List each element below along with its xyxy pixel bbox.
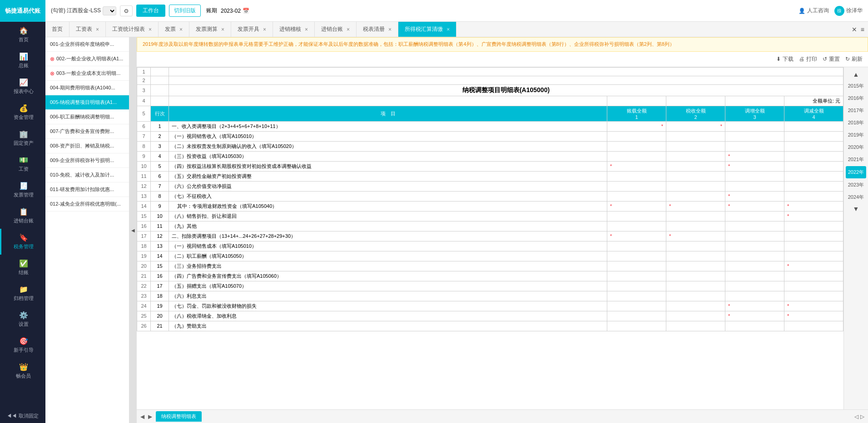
tab-salary-stats[interactable]: 工资统计报表 × [106,22,159,37]
cell-a2[interactable] [151,76,169,84]
old-version-button[interactable]: 切到旧版 [169,5,201,17]
sidebar-item-close[interactable]: ✅ 结账 [0,255,45,280]
cell-f16[interactable] [784,221,843,231]
cell-b23[interactable]: （六）利息支出 [169,291,607,301]
sidebar-item-guide[interactable]: 🎯 新手引导 [0,332,45,358]
cell-e21[interactable] [725,271,784,281]
year-down-button[interactable]: ▼ [851,203,861,214]
cell-d19[interactable] [666,251,725,261]
cell-d4[interactable] [666,96,725,106]
left-item-010[interactable]: 010-免税、减计收入及加计... [45,168,129,182]
cell-c26[interactable] [607,321,666,331]
left-item-011[interactable]: 011-研发费用加计扣除优惠... [45,182,129,197]
cell-c9[interactable] [607,151,666,161]
cell-d12[interactable] [666,181,725,191]
year-2015[interactable]: 2015年 [844,80,868,92]
cell-d7[interactable] [666,131,725,141]
cell-f19[interactable] [784,251,843,261]
cell-c11[interactable] [607,171,666,181]
sidebar-item-reports[interactable]: 📈 报表中心 [0,74,45,99]
cell-b15[interactable]: （八）销售折扣、折让和退回 [169,211,607,221]
cell-f23[interactable] [784,291,843,301]
cell-d22[interactable] [666,281,725,291]
cell-b12[interactable]: （六）公允价值变动净损益 [169,181,607,191]
cell-d26[interactable] [666,321,725,331]
cell-f9[interactable] [784,151,843,161]
cell-f15[interactable]: * [784,211,843,221]
cell-e11[interactable] [725,171,784,181]
year-2022[interactable]: 2022年 [846,166,866,178]
cell-d9[interactable] [666,151,725,161]
tab-income-tax-close[interactable]: × [446,26,450,33]
sidebar-item-ledger[interactable]: 📊 总账 [0,48,45,74]
refresh-button[interactable]: ↻ 刷新 [845,55,863,63]
left-item-012[interactable]: 012-减免企业所得税优惠明细(... [45,197,129,212]
cell-c24[interactable] [607,301,666,311]
workbench-button[interactable]: 工作台 [136,5,165,17]
tab-invoice[interactable]: 发票 × [159,22,189,37]
cell-b19[interactable]: （二）职工薪酬（填写A105050） [169,251,607,261]
cell-f25[interactable]: * [784,311,843,321]
tab-tax-table[interactable]: 税表清册 × [357,22,398,37]
cell-b9[interactable]: （三）投资收益（填写A105030） [169,151,607,161]
cell-c16[interactable] [607,221,666,231]
cell-f13[interactable] [784,191,843,201]
cell-b20[interactable]: （三）业务招待费支出 [169,261,607,271]
left-item-009[interactable]: 009-企业所得税弥补亏损明... [45,153,129,168]
cell-f21[interactable] [784,271,843,281]
cell-d10[interactable] [666,161,725,171]
sidebar-item-member[interactable]: 👑 畅会员 [0,358,45,384]
left-item-007[interactable]: 007-广告费和业务宣传费附... [45,124,129,139]
cell-c4[interactable] [607,96,666,106]
year-2018[interactable]: 2018年 [844,117,868,129]
year-2020[interactable]: 2020年 [844,141,868,153]
cell-b17[interactable]: 二、扣除类调整项目（13+14+...24+26+27+28+29+30） [169,231,607,241]
tab-check-close[interactable]: × [305,26,308,33]
close-all-tabs[interactable]: ✕ [852,26,857,33]
cell-d15[interactable] [666,211,725,221]
cell-b8[interactable]: （二）未按权责发生制原则确认的收入（填写A105020） [169,141,607,151]
sheet-scroll-left[interactable]: ◁ [854,413,858,420]
cell-f8[interactable] [784,141,843,151]
collapse-panel-button[interactable]: ◀ [129,37,137,423]
cell-d24[interactable] [666,301,725,311]
cell-e26[interactable] [725,321,784,331]
cell-b18[interactable]: （一）视同销售成本（填写A105010） [169,241,607,251]
download-button[interactable]: ⬇ 下载 [776,55,794,63]
cell-f11[interactable] [784,171,843,181]
cell-c12[interactable] [607,181,666,191]
cell-e23[interactable] [725,291,784,301]
cell-c8[interactable] [607,141,666,151]
year-2023[interactable]: 2023年 [844,179,868,191]
cell-e22[interactable] [725,281,784,291]
sidebar-item-invoice-mgmt[interactable]: 🧾 发票管理 [0,177,45,203]
cell-b22[interactable]: （五）捐赠支出（填写A105070） [169,281,607,291]
cell-c25[interactable] [607,311,666,321]
cell-b13[interactable]: （七）不征税收入 [169,191,607,201]
cell-b14[interactable]: 其中：专项用途财政性资金（填写A105040） [169,201,607,211]
cell-d13[interactable] [666,191,725,201]
cell-c15[interactable] [607,211,666,221]
print-button[interactable]: 🖨 打印 [799,55,817,63]
year-2021[interactable]: 2021年 [844,153,868,166]
cell-e9[interactable]: * [725,151,784,161]
cell-b10[interactable]: （四）按权益法核算长期股权投资对初始投资成本调整确认收益 [169,161,607,171]
cell-e16[interactable] [725,221,784,231]
cell-e7[interactable] [725,131,784,141]
tab-salary-stats-close[interactable]: × [149,26,152,33]
cell-d18[interactable] [666,241,725,251]
cell-e13[interactable]: * [725,191,784,201]
cell-f24[interactable]: * [784,301,843,311]
sidebar-item-purchase-sales[interactable]: 📋 进销台账 [0,203,45,229]
cell-b21[interactable]: （四）广告费和业务宣传费支出（填写A105060） [169,271,607,281]
tab-invoice-issue-close[interactable]: × [263,26,266,33]
cell-b7[interactable]: （一）视同销售收入（填写A105010） [169,131,607,141]
cell-d11[interactable] [666,171,725,181]
cell-d14[interactable]: * [666,201,725,211]
cell-d20[interactable] [666,261,725,271]
cell-f7[interactable] [784,131,843,141]
cell-e20[interactable] [725,261,784,271]
cell-e17[interactable] [725,231,784,241]
cell-b26[interactable]: （九）赞助支出 [169,321,607,331]
cell-c10[interactable]: * [607,161,666,171]
